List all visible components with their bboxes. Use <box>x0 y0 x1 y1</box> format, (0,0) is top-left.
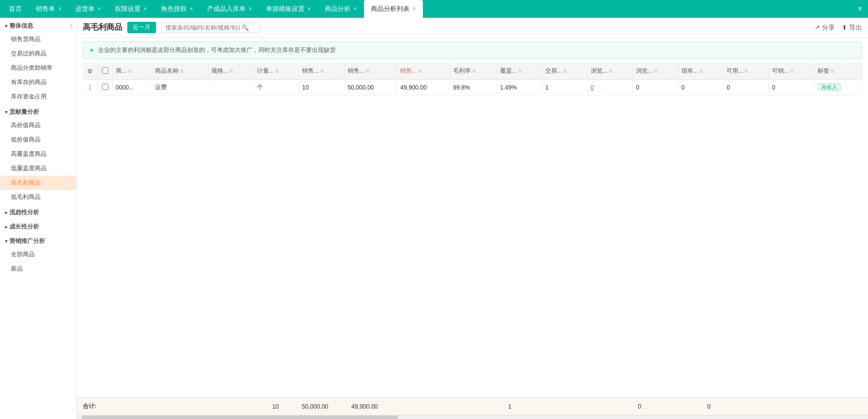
th-spec: 规格...⇅ <box>208 63 254 80</box>
sidebar-item-low-margin[interactable]: 低毛利商品 <box>0 190 76 204</box>
sidebar-item-high-margin[interactable]: 高毛利商品 <box>0 176 76 190</box>
th-sales-profit: 销售...⇅ <box>397 63 450 80</box>
tab-finished-goods[interactable]: 产成品入库单 × <box>200 0 259 18</box>
tab-bar: 首页 销售单 × 进货单 × 权限设置 × 角色授权 × 产成品入库单 × 单据… <box>0 0 868 18</box>
sort-icon[interactable]: ⇅ <box>654 68 658 74</box>
tab-role[interactable]: 角色授权 × <box>154 0 200 18</box>
tab-sales-order[interactable]: 销售单 × <box>29 0 68 18</box>
sort-icon[interactable]: ⇅ <box>518 68 522 74</box>
cell-index: 1 <box>83 80 98 95</box>
tab-product-analysis[interactable]: 商品分析 × <box>318 0 364 18</box>
table-container: ⚙ 商...⇅ 商品名称⇅ 规格...⇅ 计量...⇅ <box>83 63 862 397</box>
sort-icon[interactable]: ⇅ <box>790 68 794 74</box>
row-checkbox[interactable] <box>102 84 108 90</box>
close-product-analysis-list[interactable]: × <box>412 5 416 12</box>
sidebar-collapse-btn[interactable]: 《 <box>66 22 73 31</box>
filter-recent-month[interactable]: 近一月 <box>127 22 156 33</box>
sidebar-group-growth[interactable]: ▸ 成长性分析 <box>0 219 76 233</box>
close-window-btn[interactable]: × <box>854 4 866 13</box>
sort-icon[interactable]: ⇅ <box>830 68 834 74</box>
sidebar-item-high-value[interactable]: 高价值商品 <box>0 118 76 133</box>
sidebar-group-trend[interactable]: ▸ 流趋性分析 <box>0 204 76 219</box>
tab-purchase[interactable]: 进货单 × <box>68 0 108 18</box>
footer-sales-amount: 50,000.00 <box>290 403 334 410</box>
close-permission[interactable]: × <box>144 5 147 12</box>
search-icon[interactable]: 🔍 <box>242 24 249 31</box>
cell-sellable: 0 <box>768 80 814 95</box>
info-banner: ✦ 企业的主要的利润都是这部分商品创造的，可考虑加大推广，同时关注库存是不要出现… <box>83 42 862 59</box>
chevron-right-icon: ▸ <box>5 224 7 230</box>
horizontal-scrollbar[interactable] <box>77 415 868 419</box>
close-finished-goods[interactable]: × <box>249 5 252 12</box>
chevron-right-icon: ▸ <box>5 210 7 215</box>
cell-sales-profit: 49,900.00 <box>397 80 450 95</box>
cell-name: 运费 <box>152 80 208 95</box>
sidebar-item-traded-goods[interactable]: 交易过的商品 <box>0 47 76 61</box>
share-action[interactable]: ↗ 分享 <box>815 23 835 32</box>
scrollbar-thumb[interactable] <box>82 416 398 419</box>
close-product-analysis[interactable]: × <box>354 5 357 12</box>
th-unit: 计量...⇅ <box>254 63 299 80</box>
share-icon: ↗ <box>815 24 820 31</box>
sort-icon[interactable]: ⇅ <box>180 68 184 74</box>
chevron-down-icon: ▾ <box>5 238 7 244</box>
table-row: 1 0000... 运费 <box>83 80 862 95</box>
th-settings[interactable]: ⚙ <box>83 63 98 80</box>
sort-icon[interactable]: ⇅ <box>128 68 132 74</box>
close-role[interactable]: × <box>190 5 193 12</box>
tab-template[interactable]: 单据模板设置 × <box>259 0 318 18</box>
sidebar-group-contribution[interactable]: ▾ 贡献量分析 <box>0 104 76 118</box>
sort-icon[interactable]: ⇅ <box>609 68 613 74</box>
cell-code: 0000... <box>112 80 152 95</box>
search-input[interactable] <box>165 24 240 31</box>
sidebar-group-marketing[interactable]: ▾ 营销推广分析 <box>0 233 76 247</box>
th-gross-margin: 毛利率⇅ <box>450 63 497 80</box>
cell-tag: 高收入 <box>814 80 862 95</box>
sort-icon[interactable]: ⇅ <box>563 68 567 74</box>
cell-gross-margin: 99.8% <box>450 80 497 95</box>
export-action[interactable]: ⬆ 导出 <box>842 23 862 32</box>
sort-icon[interactable]: ⇅ <box>229 68 233 74</box>
sort-icon[interactable]: ⇅ <box>365 68 369 74</box>
cell-sales-count: 10 <box>299 80 345 95</box>
close-purchase[interactable]: × <box>98 5 101 12</box>
close-template[interactable]: × <box>307 5 311 12</box>
cell-view1[interactable]: 0 <box>587 80 633 95</box>
cell-unit: 个 <box>254 80 299 95</box>
main-container: 《 ▾ 整体信息 销售货商品 交易过的商品 商品分类助销率 有库存的商品 库存资… <box>0 18 868 419</box>
sidebar-item-high-coverage[interactable]: 高覆盖度商品 <box>0 147 76 161</box>
sidebar-item-stock-capital[interactable]: 库存资金占用 <box>0 90 76 104</box>
th-sales-amount: 销售...⇅ <box>344 63 397 80</box>
cell-view2: 0 <box>633 80 678 95</box>
th-tag: 标签⇅ <box>814 63 862 80</box>
sort-icon[interactable]: ⇅ <box>744 68 748 74</box>
sidebar-item-category-rate[interactable]: 商品分类助销率 <box>0 61 76 75</box>
tab-product-analysis-list[interactable]: 商品分析列表 × <box>364 0 423 18</box>
sort-icon[interactable]: ⇅ <box>275 68 279 74</box>
sidebar-item-low-value[interactable]: 低价值商品 <box>0 133 76 147</box>
th-view2: 浏览...⇅ <box>633 63 678 80</box>
select-all-checkbox[interactable] <box>102 67 108 74</box>
cell-current-stock: 0 <box>678 80 723 95</box>
sidebar-item-new-goods[interactable]: 新品 <box>0 262 76 276</box>
sort-icon[interactable]: ⇅ <box>320 68 324 74</box>
info-icon: ✦ <box>89 47 94 54</box>
tab-homepage[interactable]: 首页 <box>2 0 29 18</box>
tab-permission[interactable]: 权限设置 × <box>108 0 154 18</box>
content-header: 高毛利商品 近一月 🔍 ↗ 分享 ⬆ 导出 <box>77 18 868 38</box>
sidebar-item-stocked-goods[interactable]: 有库存的商品 <box>0 75 76 90</box>
sidebar-item-sales-goods[interactable]: 销售货商品 <box>0 32 76 47</box>
sidebar: 《 ▾ 整体信息 销售货商品 交易过的商品 商品分类助销率 有库存的商品 库存资… <box>0 18 77 419</box>
th-view1: 浏览...⇅ <box>587 63 633 80</box>
close-sales-order[interactable]: × <box>58 5 61 12</box>
th-sales-count: 销售...⇅ <box>299 63 345 80</box>
sidebar-item-low-coverage[interactable]: 低覆盖度商品 <box>0 161 76 176</box>
sort-icon[interactable]: ⇅ <box>472 68 476 74</box>
sort-icon[interactable]: ⇅ <box>699 68 703 74</box>
footer-bar: 合计: 10 50,000.00 49,900.00 1 0 0 <box>77 397 868 415</box>
cell-trade: 1 <box>542 80 588 95</box>
footer-sales-count: 10 <box>245 403 285 410</box>
sidebar-group-overall[interactable]: ▾ 整体信息 <box>0 18 76 32</box>
sort-icon[interactable]: ⇅ <box>418 68 422 74</box>
sidebar-item-all-goods[interactable]: 全部商品 <box>0 247 76 262</box>
